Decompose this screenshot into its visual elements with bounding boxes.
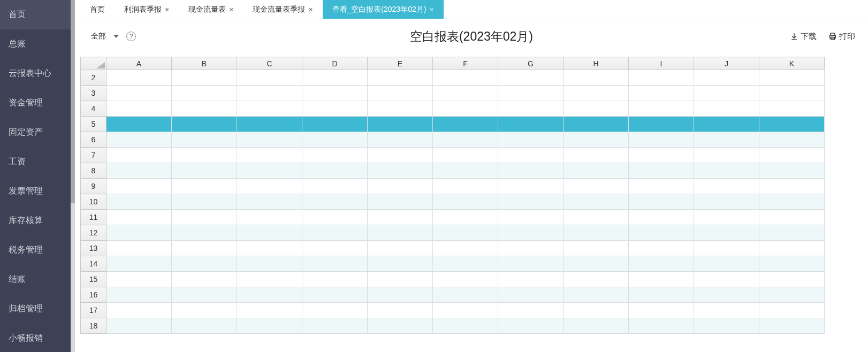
cell-J6[interactable] (694, 132, 759, 148)
cell-K11[interactable] (759, 210, 825, 225)
cell-F2[interactable] (433, 70, 498, 86)
print-button[interactable]: 打印 (828, 32, 855, 42)
cell-G15[interactable] (498, 272, 564, 287)
cell-E6[interactable] (368, 132, 433, 148)
cell-H5[interactable] (564, 117, 629, 132)
cell-K2[interactable] (759, 70, 825, 86)
cell-F9[interactable] (433, 179, 498, 194)
sheet-corner[interactable] (81, 57, 106, 70)
cell-G6[interactable] (498, 132, 564, 148)
cell-H10[interactable] (564, 194, 629, 210)
cell-B13[interactable] (172, 241, 237, 256)
cell-G18[interactable] (498, 318, 564, 334)
row-header-7[interactable]: 7 (81, 148, 106, 163)
column-header-B[interactable]: B (172, 57, 237, 70)
cell-E12[interactable] (368, 225, 433, 241)
cell-G14[interactable] (498, 256, 564, 272)
row-header-13[interactable]: 13 (81, 241, 106, 256)
spreadsheet[interactable]: ABCDEFGHIJK23456789101112131415161718 (75, 53, 868, 352)
cell-G12[interactable] (498, 225, 564, 241)
cell-A3[interactable] (106, 86, 172, 101)
cell-D16[interactable] (302, 287, 368, 303)
cell-J12[interactable] (694, 225, 759, 241)
cell-C6[interactable] (237, 132, 302, 148)
cell-F6[interactable] (433, 132, 498, 148)
cell-H15[interactable] (564, 272, 629, 287)
cell-C17[interactable] (237, 303, 302, 318)
column-header-J[interactable]: J (694, 57, 759, 70)
cell-K18[interactable] (759, 318, 825, 334)
cell-H12[interactable] (564, 225, 629, 241)
cell-K13[interactable] (759, 241, 825, 256)
cell-F18[interactable] (433, 318, 498, 334)
tab-0[interactable]: 首页 (80, 0, 115, 19)
cell-G5[interactable] (498, 117, 564, 132)
cell-B2[interactable] (172, 70, 237, 86)
cell-H14[interactable] (564, 256, 629, 272)
cell-B6[interactable] (172, 132, 237, 148)
cell-C10[interactable] (237, 194, 302, 210)
cell-F4[interactable] (433, 101, 498, 117)
column-header-H[interactable]: H (564, 57, 629, 70)
cell-H6[interactable] (564, 132, 629, 148)
sidebar-item-5[interactable]: 工资 (0, 147, 71, 177)
cell-H4[interactable] (564, 101, 629, 117)
row-header-14[interactable]: 14 (81, 256, 106, 272)
cell-D15[interactable] (302, 272, 368, 287)
cell-H17[interactable] (564, 303, 629, 318)
cell-B7[interactable] (172, 148, 237, 163)
cell-A16[interactable] (106, 287, 172, 303)
cell-A8[interactable] (106, 163, 172, 179)
cell-B10[interactable] (172, 194, 237, 210)
close-icon[interactable]: × (429, 5, 433, 14)
column-header-C[interactable]: C (237, 57, 302, 70)
cell-H11[interactable] (564, 210, 629, 225)
cell-F7[interactable] (433, 148, 498, 163)
cell-E14[interactable] (368, 256, 433, 272)
cell-B18[interactable] (172, 318, 237, 334)
cell-E2[interactable] (368, 70, 433, 86)
cell-C2[interactable] (237, 70, 302, 86)
cell-D11[interactable] (302, 210, 368, 225)
cell-C7[interactable] (237, 148, 302, 163)
tab-2[interactable]: 现金流量表× (179, 0, 243, 19)
sidebar-item-1[interactable]: 总账 (0, 29, 71, 59)
cell-A12[interactable] (106, 225, 172, 241)
cell-H7[interactable] (564, 148, 629, 163)
cell-K9[interactable] (759, 179, 825, 194)
cell-G10[interactable] (498, 194, 564, 210)
cell-A5[interactable] (106, 117, 172, 132)
cell-F11[interactable] (433, 210, 498, 225)
cell-J17[interactable] (694, 303, 759, 318)
cell-J5[interactable] (694, 117, 759, 132)
row-header-15[interactable]: 15 (81, 272, 106, 287)
cell-I3[interactable] (629, 86, 694, 101)
cell-I5[interactable] (629, 117, 694, 132)
cell-B17[interactable] (172, 303, 237, 318)
tab-3[interactable]: 现金流量表季报× (243, 0, 322, 19)
cell-I15[interactable] (629, 272, 694, 287)
filter-dropdown[interactable]: 全部 ? (91, 32, 136, 41)
cell-I2[interactable] (629, 70, 694, 86)
cell-C11[interactable] (237, 210, 302, 225)
cell-K15[interactable] (759, 272, 825, 287)
cell-D7[interactable] (302, 148, 368, 163)
cell-J15[interactable] (694, 272, 759, 287)
column-header-G[interactable]: G (498, 57, 564, 70)
cell-E5[interactable] (368, 117, 433, 132)
cell-J3[interactable] (694, 86, 759, 101)
cell-B15[interactable] (172, 272, 237, 287)
cell-I8[interactable] (629, 163, 694, 179)
cell-E17[interactable] (368, 303, 433, 318)
cell-G9[interactable] (498, 179, 564, 194)
cell-E4[interactable] (368, 101, 433, 117)
column-header-K[interactable]: K (759, 57, 825, 70)
column-header-F[interactable]: F (433, 57, 498, 70)
cell-H2[interactable] (564, 70, 629, 86)
cell-G16[interactable] (498, 287, 564, 303)
cell-A14[interactable] (106, 256, 172, 272)
cell-J7[interactable] (694, 148, 759, 163)
cell-G11[interactable] (498, 210, 564, 225)
cell-G13[interactable] (498, 241, 564, 256)
cell-B14[interactable] (172, 256, 237, 272)
